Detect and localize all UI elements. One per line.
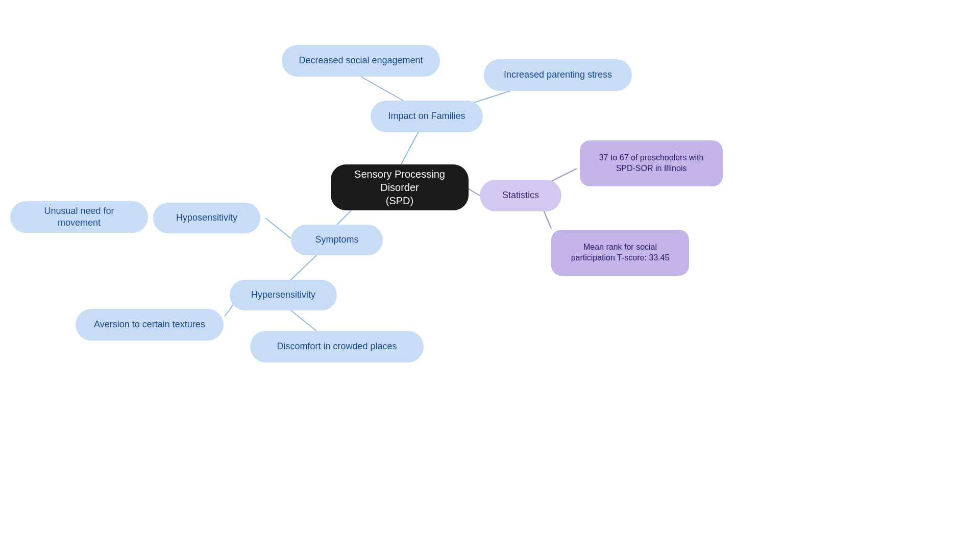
aversion-textures-label: Aversion to certain textures bbox=[94, 319, 205, 330]
hyposensitivity-label: Hyposensitivity bbox=[176, 212, 237, 224]
unusual-movement-label: Unusual need for movement bbox=[22, 205, 136, 229]
symptoms-label: Symptoms bbox=[315, 234, 358, 246]
impact-families-node: Impact on Families bbox=[371, 101, 483, 132]
center-node: Sensory Processing Disorder (SPD) bbox=[331, 164, 469, 210]
stat1-label: 37 to 67 of preschoolers with SPD-SOR in… bbox=[590, 153, 713, 174]
statistics-node: Statistics bbox=[480, 180, 561, 211]
hypersensitivity-label: Hypersensitivity bbox=[251, 289, 315, 301]
svg-line-6 bbox=[291, 255, 316, 280]
symptoms-node: Symptoms bbox=[291, 225, 383, 255]
svg-line-4 bbox=[265, 218, 291, 238]
svg-line-1 bbox=[361, 77, 403, 101]
statistics-label: Statistics bbox=[502, 189, 539, 201]
center-label: Sensory Processing Disorder (SPD) bbox=[343, 167, 456, 207]
impact-families-label: Impact on Families bbox=[388, 110, 465, 122]
decreased-social-node: Decreased social engagement bbox=[282, 45, 440, 77]
hyposensitivity-node: Hyposensitivity bbox=[153, 203, 260, 233]
increased-parenting-label: Increased parenting stress bbox=[504, 69, 612, 81]
unusual-movement-node: Unusual need for movement bbox=[10, 201, 148, 233]
aversion-textures-node: Aversion to certain textures bbox=[76, 309, 224, 341]
stat1-node: 37 to 67 of preschoolers with SPD-SOR in… bbox=[580, 140, 723, 186]
increased-parenting-node: Increased parenting stress bbox=[484, 59, 632, 91]
discomfort-crowded-label: Discomfort in crowded places bbox=[277, 341, 397, 352]
decreased-social-label: Decreased social engagement bbox=[299, 55, 423, 66]
svg-line-9 bbox=[469, 189, 480, 196]
stat2-node: Mean rank for social participation T-sco… bbox=[551, 230, 689, 276]
svg-line-8 bbox=[291, 310, 316, 331]
stat2-label: Mean rank for social participation T-sco… bbox=[561, 242, 679, 263]
hypersensitivity-node: Hypersensitivity bbox=[230, 280, 337, 310]
discomfort-crowded-node: Discomfort in crowded places bbox=[250, 331, 424, 363]
